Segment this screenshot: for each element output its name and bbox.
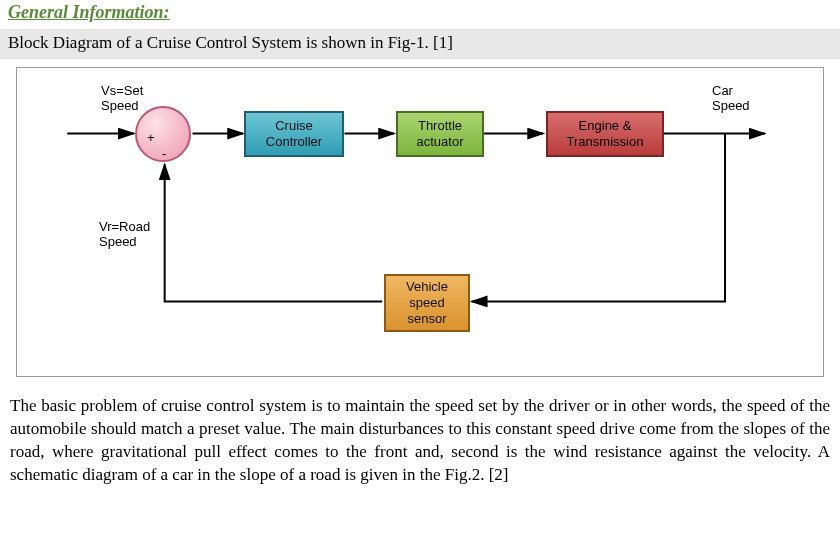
block-diagram: Vs=Set Speed Car Speed Vr=Road Speed + -… [16,67,824,377]
controller-block: Cruise Controller [244,111,344,157]
sum-minus: - [162,146,166,161]
summing-junction: + - [135,106,191,162]
output-label: Car Speed [712,84,772,114]
feedback-label: Vr=Road Speed [99,220,169,250]
figure-caption: Block Diagram of a Cruise Control System… [0,29,840,59]
section-heading: General Information: [0,0,840,29]
actuator-block: Throttle actuator [396,111,484,157]
body-paragraph: The basic problem of cruise control syst… [0,389,840,497]
sensor-block: Vehicle speed sensor [384,274,470,332]
engine-block: Engine & Transmission [546,111,664,157]
sum-plus: + [147,130,155,145]
